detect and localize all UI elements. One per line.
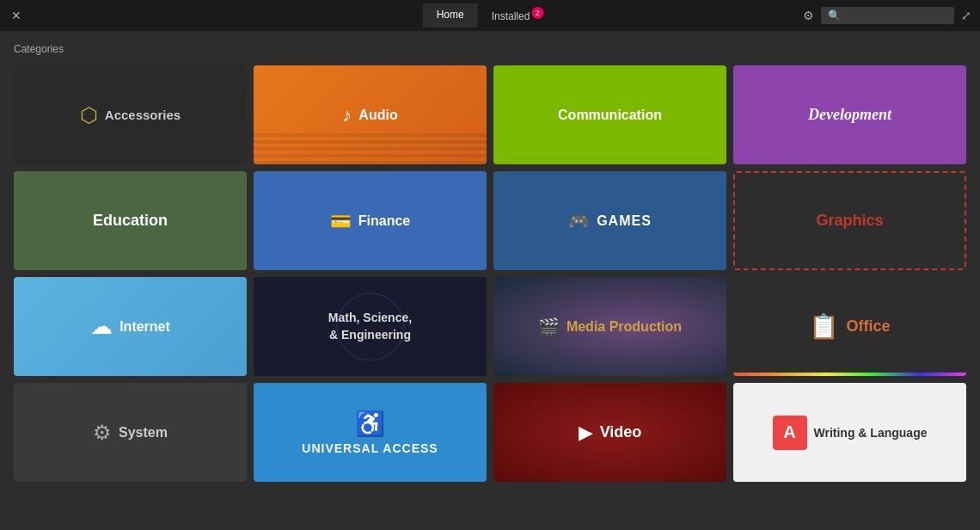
installed-badge: 2 [531,7,543,19]
tile-development[interactable]: Development [733,65,966,164]
content-area: Categories ⬡ Accessories ♪ Audio Communi… [0,31,980,494]
audio-label: Audio [358,108,397,123]
finance-label: Finance [358,213,410,229]
titlebar-tabs: Home Installed2 [423,2,558,29]
tile-math[interactable]: Math, Science, & Engineering [254,277,487,376]
titlebar-left: ✕ [9,8,24,23]
office-color-bar [733,373,966,376]
system-label: System [119,425,168,441]
tile-writing[interactable]: A Writing & Language [733,383,966,482]
tile-system[interactable]: ⚙ System [14,383,247,482]
titlebar: ✕ Home Installed2 ⚙ 🔍 ⤢ [0,0,980,31]
finance-icon: 💳 [330,211,352,231]
internet-label: Internet [119,319,170,335]
games-label: GAMES [597,213,652,229]
office-label: Office [846,317,890,336]
office-icon: 📋 [809,312,839,341]
tile-universal-access[interactable]: ♿ UNIVERSAL ACCESS [254,383,487,482]
tile-internet[interactable]: ☁ Internet [14,277,247,376]
tab-home[interactable]: Home [423,3,478,28]
search-box: 🔍 [821,7,954,24]
universal-label: UNIVERSAL ACCESS [302,441,438,455]
close-button[interactable]: ✕ [9,8,24,23]
titlebar-right: ⚙ 🔍 ⤢ [803,7,971,24]
media-label: Media Production [567,319,682,335]
tab-installed[interactable]: Installed2 [478,2,558,29]
tile-audio[interactable]: ♪ Audio [254,65,487,164]
writing-icon: A [773,416,807,450]
media-icon: 🎬 [538,317,560,337]
categories-heading: Categories [14,43,966,55]
video-label: Video [600,423,642,441]
tile-games[interactable]: 🎮 GAMES [493,171,726,270]
accessories-icon: ⬡ [80,103,98,127]
education-label: Education [93,212,168,230]
video-icon: ▶ [579,422,593,444]
search-icon: 🔍 [828,9,841,22]
tile-graphics[interactable]: Graphics [733,171,966,270]
accessories-label: Accessories [105,108,181,122]
graphics-label: Graphics [816,212,883,230]
audio-icon: ♪ [342,104,352,126]
tile-office[interactable]: 📋 Office [733,277,966,376]
search-input[interactable] [844,9,947,22]
tile-communication[interactable]: Communication [493,65,726,164]
games-icon: 🎮 [568,211,590,231]
tile-video[interactable]: ▶ Video [493,383,726,482]
categories-grid: ⬡ Accessories ♪ Audio Communication Deve… [14,65,966,482]
settings-icon[interactable]: ⚙ [803,9,814,22]
tile-education[interactable]: Education [14,171,247,270]
math-label: Math, Science, & Engineering [328,310,412,343]
communication-label: Communication [558,108,662,123]
internet-icon: ☁ [90,313,113,340]
writing-label: Writing & Language [814,426,928,440]
tile-media[interactable]: 🎬 Media Production [493,277,726,376]
tile-accessories[interactable]: ⬡ Accessories [14,65,247,164]
system-icon: ⚙ [93,421,112,445]
tile-finance[interactable]: 💳 Finance [254,171,487,270]
installed-label: Installed [492,10,530,22]
universal-icon: ♿ [355,410,385,438]
development-label: Development [808,106,891,124]
maximize-button[interactable]: ⤢ [961,9,971,22]
